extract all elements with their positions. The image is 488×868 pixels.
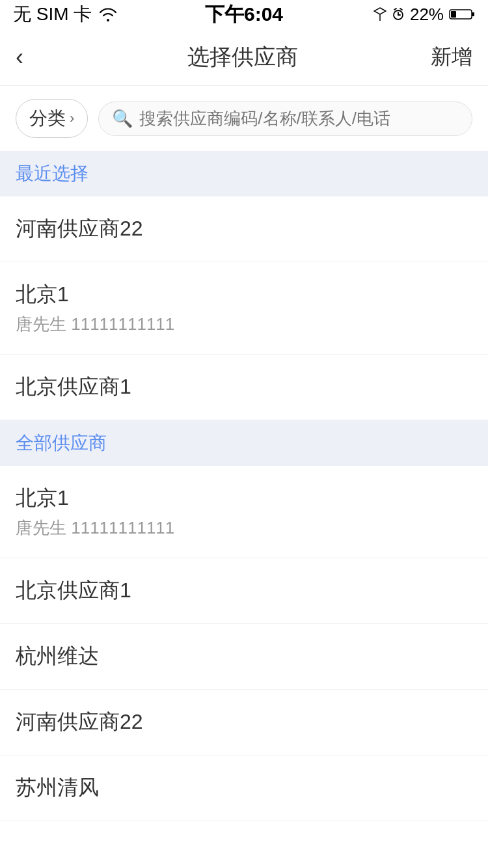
recent-section-label: 最近选择 xyxy=(16,163,88,183)
category-label: 分类 xyxy=(29,106,66,131)
add-button[interactable]: 新增 xyxy=(431,43,472,72)
back-button[interactable]: ‹ xyxy=(16,44,55,71)
alarm-icon xyxy=(392,7,405,21)
status-left: 无 SIM 卡 xyxy=(13,2,118,27)
recent-section-header: 最近选择 xyxy=(0,151,488,197)
battery-icon xyxy=(449,8,475,21)
list-item[interactable]: 河南供应商22 xyxy=(0,690,488,755)
battery-percent: 22% xyxy=(410,5,444,25)
page-title: 选择供应商 xyxy=(187,42,298,72)
svg-line-4 xyxy=(394,8,396,10)
wifi-icon xyxy=(98,7,118,21)
item-name: 河南供应商22 xyxy=(16,708,472,737)
item-name: 河南供应商22 xyxy=(16,215,472,243)
item-sub: 唐先生 11111111111 xyxy=(16,517,472,539)
list-item[interactable]: 北京1唐先生 11111111111 xyxy=(0,466,488,558)
svg-rect-8 xyxy=(451,11,456,18)
list-item[interactable]: 苏州清风 xyxy=(0,755,488,821)
no-sim-text: 无 SIM 卡 xyxy=(13,2,92,27)
nav-bar: ‹ 选择供应商 新增 xyxy=(0,29,488,86)
location-icon xyxy=(373,7,386,21)
list-item[interactable]: 北京1唐先生 11111111111 xyxy=(0,262,488,355)
list-item[interactable]: 河南供应商22 xyxy=(0,197,488,262)
svg-line-5 xyxy=(400,8,402,10)
item-name: 杭州维达 xyxy=(16,642,472,671)
item-sub: 唐先生 11111111111 xyxy=(16,313,472,336)
list-item[interactable]: 北京供应商1 xyxy=(0,355,488,420)
all-list: 北京1唐先生 11111111111北京供应商1杭州维达河南供应商22苏州清风 xyxy=(0,466,488,821)
item-name: 北京1 xyxy=(16,280,472,309)
item-name: 北京1 xyxy=(16,484,472,513)
recent-list: 河南供应商22北京1唐先生 11111111111北京供应商1 xyxy=(0,197,488,420)
search-input[interactable] xyxy=(139,109,459,129)
category-button[interactable]: 分类 › xyxy=(16,99,88,138)
svg-rect-7 xyxy=(472,12,474,16)
chevron-right-icon: › xyxy=(70,110,74,127)
filter-bar: 分类 › 🔍 xyxy=(0,86,488,151)
item-name: 北京供应商1 xyxy=(16,576,472,605)
list-item[interactable]: 北京供应商1 xyxy=(0,558,488,624)
all-section-header: 全部供应商 xyxy=(0,420,488,466)
search-box[interactable]: 🔍 xyxy=(98,102,472,136)
search-icon: 🔍 xyxy=(112,109,133,129)
all-section-label: 全部供应商 xyxy=(16,433,107,453)
item-name: 苏州清风 xyxy=(16,774,472,802)
list-item[interactable]: 杭州维达 xyxy=(0,624,488,690)
status-bar: 无 SIM 卡 下午6:04 22% xyxy=(0,0,488,29)
status-right: 22% xyxy=(373,5,475,25)
item-name: 北京供应商1 xyxy=(16,373,472,401)
status-time: 下午6:04 xyxy=(205,1,283,28)
